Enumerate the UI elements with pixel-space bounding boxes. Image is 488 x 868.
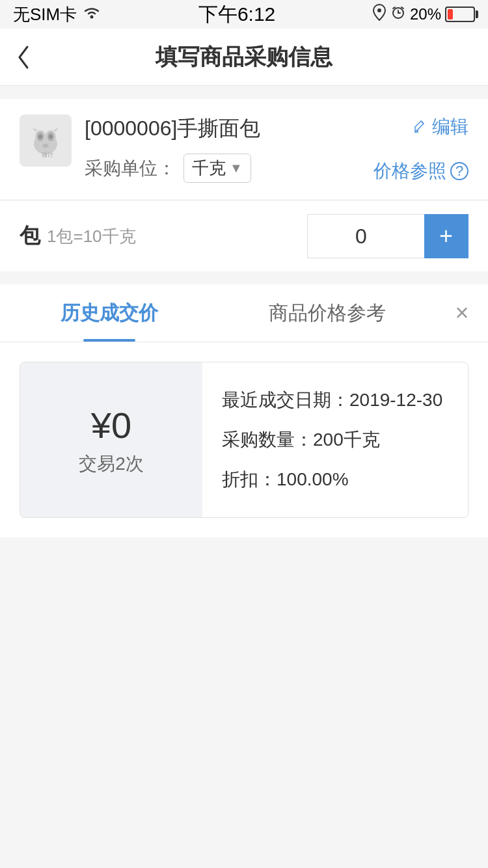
svg-point-9 [49, 135, 53, 139]
unit-label: 采购单位： [85, 156, 176, 181]
battery-percent: 20% [410, 5, 441, 23]
unit-select-arrow-icon: ▼ [230, 161, 243, 176]
product-header: 猫计 [0000006]手撕面包 采购单位： 千克 ▼ [20, 115, 468, 183]
tabs-header: 历史成交价 商品价格参考 × [0, 284, 488, 342]
quantity-input[interactable] [307, 214, 424, 258]
status-bar: 无SIM卡 下午6:12 20% [0, 0, 488, 29]
alarm-icon [390, 5, 406, 24]
price-ref-label: 价格参照 [373, 159, 446, 183]
qty-value: 200千克 [313, 429, 380, 450]
quantity-label: 包 1包=10千克 [20, 222, 136, 251]
price-amount: ¥0 [91, 404, 131, 446]
tabs-section: 历史成交价 商品价格参考 × ¥0 交易2次 最近成交日期：2019-12-30… [0, 284, 488, 537]
status-carrier: 无SIM卡 [13, 3, 102, 26]
page-title: 填写商品采购信息 [156, 42, 332, 72]
svg-point-10 [42, 144, 49, 148]
discount-value: 100.00% [277, 469, 349, 489]
quantity-section: 包 1包=10千克 + [0, 200, 488, 271]
svg-point-8 [38, 135, 42, 139]
close-icon: × [455, 299, 468, 327]
price-ref-button[interactable]: 价格参照 ? [373, 159, 468, 183]
product-name: [0000006]手撕面包 [85, 115, 260, 143]
date-label: 最近成交日期： [222, 390, 349, 410]
tab-history-price[interactable]: 历史成交价 [0, 284, 218, 342]
carrier-text: 无SIM卡 [13, 3, 77, 26]
price-times: 交易2次 [79, 452, 144, 476]
unit-select[interactable]: 千克 ▼ [183, 154, 251, 183]
edit-button[interactable]: 编辑 [413, 115, 468, 139]
back-button[interactable] [16, 44, 31, 70]
help-icon: ? [450, 162, 468, 180]
battery-icon [445, 7, 475, 22]
price-card: ¥0 交易2次 最近成交日期：2019-12-30 采购数量：200千克 折扣：… [20, 362, 468, 518]
status-right: 20% [372, 4, 475, 25]
product-left: 猫计 [0000006]手撕面包 采购单位： 千克 ▼ [20, 115, 260, 183]
svg-text:猫计: 猫计 [42, 152, 53, 158]
quantity-controls: + [307, 214, 468, 258]
product-unit-row: 采购单位： 千克 ▼ [85, 154, 260, 183]
price-card-left: ¥0 交易2次 [20, 362, 202, 517]
quantity-conversion: 1包=10千克 [47, 225, 136, 248]
quantity-unit-tag: 包 [20, 222, 40, 251]
history-content: ¥0 交易2次 最近成交日期：2019-12-30 采购数量：200千克 折扣：… [0, 342, 488, 537]
unit-value: 千克 [192, 157, 226, 180]
status-time: 下午6:12 [198, 1, 275, 28]
price-detail-discount: 折扣：100.00% [222, 465, 448, 495]
edit-label: 编辑 [432, 115, 468, 139]
svg-point-0 [90, 15, 94, 18]
product-right: 编辑 价格参照 ? [373, 115, 468, 183]
tab-product-price-ref[interactable]: 商品价格参考 [218, 284, 436, 342]
date-value: 2019-12-30 [349, 390, 442, 410]
quantity-plus-button[interactable]: + [424, 214, 468, 258]
price-detail-qty: 采购数量：200千克 [222, 426, 448, 455]
qty-label: 采购数量： [222, 429, 313, 450]
price-detail-date: 最近成交日期：2019-12-30 [222, 386, 448, 415]
discount-label: 折扣： [222, 469, 277, 489]
product-info: [0000006]手撕面包 采购单位： 千克 ▼ [85, 115, 260, 183]
nav-bar: 填写商品采购信息 [0, 29, 488, 86]
product-thumbnail: 猫计 [20, 115, 72, 167]
price-card-right: 最近成交日期：2019-12-30 采购数量：200千克 折扣：100.00% [202, 362, 468, 517]
location-icon [372, 4, 386, 25]
tab-product-price-ref-label: 商品价格参考 [269, 300, 386, 327]
tab-history-price-label: 历史成交价 [61, 300, 158, 327]
product-section: 猫计 [0000006]手撕面包 采购单位： 千克 ▼ [0, 99, 488, 199]
tab-close-button[interactable]: × [436, 284, 488, 342]
wifi-icon [82, 5, 102, 25]
svg-point-1 [377, 8, 381, 12]
